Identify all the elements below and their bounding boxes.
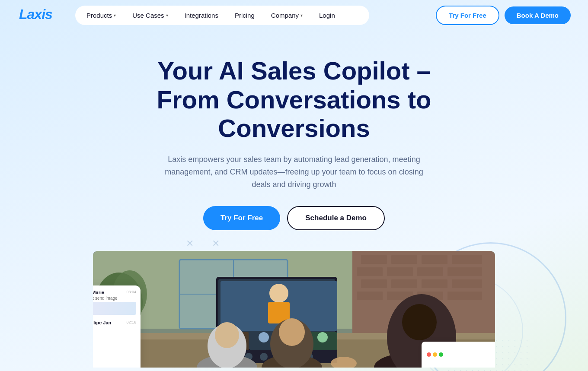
nav-item-use-cases[interactable]: Use Cases ▾ [125,8,176,22]
nav-item-login[interactable]: Login [311,8,343,22]
nav-item-integrations[interactable]: Integrations [177,8,226,22]
nav-cta-area: Try For Free Book A Demo [436,6,571,25]
svg-point-54 [279,318,305,346]
svg-point-42 [317,332,328,342]
nav-item-pricing[interactable]: Pricing [227,8,262,22]
chat-message-1: M 03:04 Marie Ok send image [93,290,136,315]
hero-screenshot: M 03:04 Marie Ok send image PJ 02:16 Phi… [93,251,495,368]
svg-rect-19 [447,292,482,300]
svg-point-51 [215,322,239,348]
close-dot [427,352,431,357]
chat-image-placeholder [93,302,136,315]
maximize-dot [439,352,443,357]
svg-point-57 [402,304,437,340]
hero-schedule-demo-button[interactable]: Schedule a Demo [287,206,385,230]
chat-content-2: 02:16 Phillipe Jan [93,320,136,326]
hero-title-line2: From Conversations to Conversions [157,86,431,143]
nav-label-pricing: Pricing [235,12,255,19]
svg-rect-16 [357,292,383,300]
hero-image-area: ✕ ✕ [56,251,532,368]
nav-book-demo-button[interactable]: Book A Demo [505,6,571,24]
hero-subtitle: Laxis empowers your sales team by automa… [156,153,432,190]
svg-rect-10 [417,267,443,276]
brand-logo[interactable]: Laxis [17,5,65,25]
svg-rect-8 [357,267,383,276]
svg-point-45 [260,353,268,361]
deco-x-1: ✕ [186,238,194,249]
svg-rect-13 [391,279,417,288]
svg-point-38 [259,332,269,342]
nav-label-login: Login [319,12,335,19]
svg-rect-11 [447,267,482,276]
svg-rect-14 [422,279,447,288]
nav-try-free-button[interactable]: Try For Free [436,6,499,25]
chat-message-2: PJ 02:16 Phillipe Jan [93,320,136,332]
svg-text:Laxis: Laxis [19,6,52,22]
nav-label-products: Products [86,12,112,19]
hero-section: Your AI Sales Copilot – From Conversatio… [0,31,588,371]
nav-label-use-cases: Use Cases [132,12,164,19]
hero-cta-group: Try For Free Schedule a Demo [17,206,571,230]
svg-rect-6 [422,255,447,264]
chat-text-1: Ok send image [93,296,136,301]
app-bottom-strip [422,342,495,368]
hero-title: Your AI Sales Copilot – From Conversatio… [99,57,489,143]
nav-item-company[interactable]: Company ▾ [263,8,310,22]
nav-label-integrations: Integrations [185,12,218,19]
hero-title-line1: Your AI Sales Copilot – [157,57,431,85]
nav-pill-container: Products ▾ Use Cases ▾ Integrations Pric… [75,6,369,25]
chat-content-1: 03:04 Marie Ok send image [93,290,136,315]
svg-rect-12 [361,279,387,288]
traffic-lights [427,352,443,357]
chat-time-2: 02:16 [126,320,136,324]
chevron-down-icon: ▾ [166,13,168,18]
svg-rect-4 [361,255,387,264]
deco-x-2: ✕ [212,238,220,249]
svg-rect-7 [452,255,482,264]
nav-item-products[interactable]: Products ▾ [79,8,124,22]
svg-point-33 [269,284,288,303]
chat-time-1: 03:04 [126,290,136,294]
chat-panel: M 03:04 Marie Ok send image PJ 02:16 Phi… [93,285,141,368]
chevron-down-icon: ▾ [114,13,116,18]
svg-rect-5 [391,255,417,264]
hero-try-free-button[interactable]: Try For Free [203,206,280,230]
svg-rect-15 [452,279,482,288]
svg-rect-9 [387,267,413,276]
nav-label-company: Company [271,12,299,19]
chevron-down-icon: ▾ [300,13,303,18]
minimize-dot [433,352,437,357]
